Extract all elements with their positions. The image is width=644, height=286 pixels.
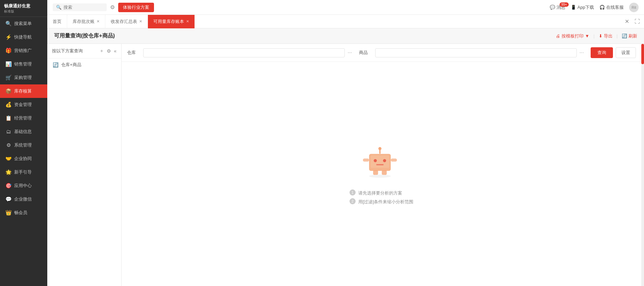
tab-summary-close[interactable]: ✕	[139, 19, 142, 24]
online-service-label: 在线客服	[606, 4, 624, 10]
sidebar-item-apps[interactable]: 🎯 应用中心	[0, 179, 47, 192]
query-button[interactable]: 查询	[591, 47, 613, 58]
svg-point-11	[369, 175, 390, 178]
sidebar-label-inventory: 库存核算	[14, 88, 32, 94]
refresh-btn[interactable]: 🔄 刷新	[622, 33, 637, 39]
svg-rect-4	[376, 164, 384, 165]
app-download-btn[interactable]: 📱 App下载	[571, 4, 594, 10]
hint-text-1: 请先选择要分析的方案	[358, 189, 402, 198]
sidebar-item-shortcut[interactable]: ⚡ 快捷导航	[0, 30, 47, 44]
expand-tab-btn[interactable]: ⛶	[633, 17, 641, 26]
empty-state-image	[361, 141, 402, 182]
guide-icon: 🌟	[5, 169, 11, 175]
refresh-icon: 🔄	[622, 33, 627, 38]
top-actions: 💬 消息 99+ 📱 App下载 🎧 在线客服 Rit	[550, 3, 639, 12]
print-label: 按模板打印	[562, 33, 584, 39]
empty-state: 1 请先选择要分析的方案 2 用[过滤]条件来缩小分析范围	[122, 62, 641, 286]
sidebar-item-wechat[interactable]: 💬 企业微信	[0, 192, 47, 206]
empty-hints: 1 请先选择要分析的方案 2 用[过滤]条件来缩小分析范围	[350, 189, 413, 206]
mobile-icon: 📱	[571, 5, 576, 10]
sidebar-label-finance: 资金管理	[14, 102, 32, 108]
svg-rect-8	[391, 158, 397, 161]
sidebar-item-purchase[interactable]: 🛒 采购管理	[0, 71, 47, 84]
sidebar-label-apps: 应用中心	[14, 183, 32, 189]
filter-actions: 查询 设置	[591, 47, 636, 58]
warehouse-scheme-icon: 🔄	[53, 62, 58, 68]
goods-input[interactable]	[375, 48, 577, 57]
sidebar-label-shortcut: 快捷导航	[14, 34, 32, 40]
main-area: 🔍 ⚙ 体验行业方案 💬 消息 99+ 📱 App下载 🎧 在线客服	[47, 0, 644, 286]
sidebar-label-search: 搜索菜单	[14, 21, 32, 27]
shortcut-icon: ⚡	[5, 34, 11, 40]
tab-available[interactable]: 可用量库存账本 ✕	[148, 15, 195, 28]
system-icon: ⚙	[5, 142, 11, 148]
svg-point-2	[373, 159, 377, 162]
tabs-bar: 首页 库存批次账 ✕ 收发存汇总表 ✕ 可用量库存账本 ✕ ✕ ⛶	[47, 15, 644, 28]
tab-summary[interactable]: 收发存汇总表 ✕	[105, 15, 148, 28]
tab-batch-label: 库存批次账	[73, 19, 95, 25]
svg-point-3	[383, 159, 386, 162]
messages-btn[interactable]: 💬 消息 99+	[550, 4, 565, 10]
sidebar-item-marketing[interactable]: 🎁 营销推广	[0, 44, 47, 57]
right-scrollbar[interactable]	[641, 44, 644, 286]
close-tab-btn[interactable]: ✕	[623, 17, 630, 26]
warehouse-filter: 仓库 ···	[127, 48, 352, 57]
tab-home[interactable]: 首页	[47, 15, 67, 28]
sidebar-nav: 🔍 搜索菜单 ⚡ 快捷导航 🎁 营销推广 📊 销售管理 🛒 采购管理 📦 库存核…	[0, 17, 47, 286]
page-header: 可用量查询(按仓库+商品) 🖨 按模板打印 ▼ | ⬇ 导出 | 🔄 刷新	[47, 28, 644, 44]
marketing-icon: 🎁	[5, 48, 11, 54]
print-btn[interactable]: 🖨 按模板打印 ▼	[556, 33, 589, 39]
avatar[interactable]: Rit	[629, 3, 639, 12]
goods-more-icon[interactable]: ···	[579, 50, 584, 56]
sidebar-item-system[interactable]: ⚙ 系统管理	[0, 138, 47, 152]
left-panel: 按以下方案查询 ＋ ⚙ « 🔄 仓库+商品	[47, 44, 122, 286]
tab-batch-close[interactable]: ✕	[97, 19, 100, 24]
finance-icon: 💰	[5, 102, 11, 108]
tab-available-close[interactable]: ✕	[186, 19, 189, 24]
wechat-icon: 💬	[5, 196, 11, 202]
page-header-actions: 🖨 按模板打印 ▼ | ⬇ 导出 | 🔄 刷新	[556, 33, 637, 39]
export-label: 导出	[604, 33, 613, 39]
sidebar-item-member[interactable]: 👑 畅会员	[0, 206, 47, 219]
goods-filter: 商品 ···	[359, 48, 584, 57]
scheme-item-label: 仓库+商品	[61, 62, 81, 68]
left-panel-title: 按以下方案查询	[52, 48, 83, 54]
avatar-text: Rit	[632, 5, 636, 9]
message-icon: 💬	[550, 5, 555, 10]
industry-btn[interactable]: 体验行业方案	[118, 3, 154, 12]
settings-scheme-icon[interactable]: ⚙	[107, 48, 111, 54]
sidebar-item-finance[interactable]: 💰 资金管理	[0, 98, 47, 111]
settings-button[interactable]: 设置	[616, 47, 636, 58]
sidebar-item-search[interactable]: 🔍 搜索菜单	[0, 17, 47, 30]
filter-bar: 仓库 ··· 商品 ··· 查询 设置	[122, 44, 641, 62]
sidebar-label-corp: 企业协同	[14, 156, 32, 162]
search-bar[interactable]: 🔍	[53, 3, 107, 11]
add-scheme-icon[interactable]: ＋	[99, 48, 104, 54]
apps-icon: 🎯	[5, 183, 11, 189]
sidebar-item-sales[interactable]: 📊 销售管理	[0, 57, 47, 71]
sidebar-label-member: 畅会员	[14, 210, 27, 216]
warehouse-more-icon[interactable]: ···	[347, 50, 352, 56]
sidebar-item-inventory[interactable]: 📦 库存核算	[0, 84, 47, 98]
sidebar: 畅康通好生意 标准版 🔍 搜索菜单 ⚡ 快捷导航 🎁 营销推广 📊 销售管理 🛒…	[0, 0, 47, 286]
collapse-icon[interactable]: «	[114, 48, 117, 54]
online-service-btn[interactable]: 🎧 在线客服	[599, 4, 624, 10]
export-btn[interactable]: ⬇ 导出	[599, 33, 613, 39]
operation-icon: 📋	[5, 115, 11, 121]
svg-rect-9	[373, 170, 378, 175]
sidebar-item-corp[interactable]: 🤝 企业协同	[0, 152, 47, 165]
content-area: 按以下方案查询 ＋ ⚙ « 🔄 仓库+商品 仓库	[47, 44, 644, 286]
sep1: |	[593, 33, 594, 38]
sidebar-item-operation[interactable]: 📋 经营管理	[0, 111, 47, 125]
sidebar-item-base[interactable]: 🗂 基础信息	[0, 125, 47, 138]
inventory-icon: 📦	[5, 88, 11, 94]
gear-icon[interactable]: ⚙	[110, 4, 115, 10]
hint-item-1: 1 请先选择要分析的方案	[350, 189, 413, 198]
warehouse-input[interactable]	[143, 48, 345, 57]
tab-batch[interactable]: 库存批次账 ✕	[67, 15, 105, 28]
sidebar-item-guide[interactable]: 🌟 新手引导	[0, 165, 47, 179]
search-input[interactable]	[63, 5, 97, 10]
top-bar: 🔍 ⚙ 体验行业方案 💬 消息 99+ 📱 App下载 🎧 在线客服	[47, 0, 644, 15]
left-panel-icons: ＋ ⚙ «	[99, 48, 117, 54]
scheme-item-warehouse[interactable]: 🔄 仓库+商品	[47, 58, 121, 71]
